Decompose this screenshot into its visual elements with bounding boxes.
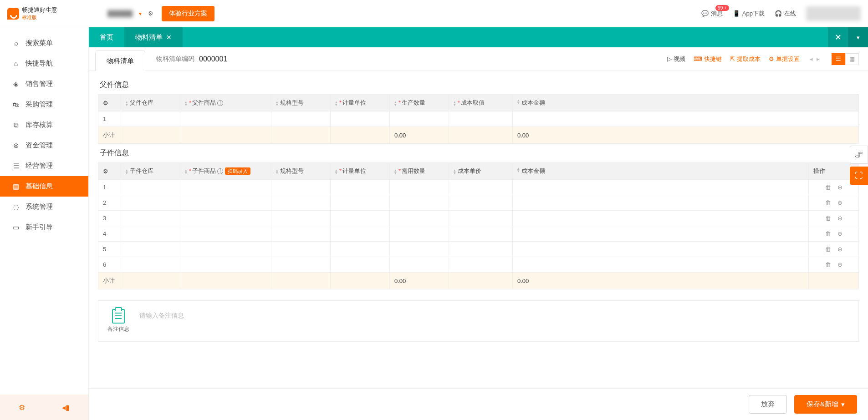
logo[interactable]: 畅捷通好生意 标准版 bbox=[7, 6, 89, 21]
col-parent-qty[interactable]: ▴▾*生产数量 bbox=[390, 95, 449, 111]
cell[interactable] bbox=[271, 226, 331, 242]
sidebar-item-sales[interactable]: ◈ 销售管理 bbox=[0, 74, 88, 94]
cell[interactable] bbox=[390, 242, 449, 257]
fullscreen-button[interactable]: ⛶ bbox=[850, 167, 868, 185]
settings-icon[interactable]: ⚙ bbox=[19, 403, 25, 412]
col-child-qty[interactable]: ▴▾*需用数量 bbox=[390, 163, 449, 180]
cell[interactable] bbox=[331, 111, 390, 127]
child-row[interactable]: 5🗑⊕ bbox=[98, 242, 859, 257]
col-parent-cost-method[interactable]: ▴▾*成本取值 bbox=[449, 95, 513, 111]
sidebar-item-funds[interactable]: ⊛ 资金管理 bbox=[0, 135, 88, 156]
cell[interactable] bbox=[180, 180, 271, 195]
gear-column[interactable]: ⚙ bbox=[98, 95, 121, 111]
prev-record-button[interactable]: ◂ bbox=[810, 56, 813, 62]
cell[interactable] bbox=[449, 226, 513, 242]
gear-column[interactable]: ⚙ bbox=[98, 163, 121, 180]
cell[interactable] bbox=[331, 180, 390, 195]
cell[interactable] bbox=[180, 111, 271, 127]
col-parent-cost-amount[interactable]: ▴▾成本金额 bbox=[513, 95, 859, 111]
cell[interactable] bbox=[121, 242, 180, 257]
expand-tabs-button[interactable]: ▾ bbox=[848, 27, 868, 47]
sidebar-item-basedata[interactable]: ▤ 基础信息 bbox=[0, 176, 88, 197]
shortcut-link[interactable]: ⌨ 快捷键 bbox=[694, 55, 722, 63]
cell[interactable] bbox=[513, 226, 809, 242]
next-record-button[interactable]: ▸ bbox=[817, 56, 820, 62]
cell[interactable] bbox=[331, 211, 390, 226]
cell[interactable] bbox=[513, 211, 809, 226]
cell[interactable] bbox=[271, 195, 331, 211]
chevron-down-icon[interactable]: ▾ bbox=[139, 10, 142, 17]
col-child-spec[interactable]: ▴▾规格型号 bbox=[271, 163, 331, 180]
cell[interactable] bbox=[271, 180, 331, 195]
sidebar-item-business[interactable]: ☰ 经营管理 bbox=[0, 156, 88, 176]
cell[interactable] bbox=[180, 257, 271, 273]
collapse-icon[interactable]: ◂▮ bbox=[62, 403, 70, 412]
cell[interactable] bbox=[390, 226, 449, 242]
cell[interactable] bbox=[390, 111, 449, 127]
gear-icon[interactable]: ⚙ bbox=[148, 10, 153, 17]
cell[interactable] bbox=[513, 257, 809, 273]
child-row[interactable]: 2🗑⊕ bbox=[98, 195, 859, 211]
col-parent-spec[interactable]: ▴▾规格型号 bbox=[271, 95, 331, 111]
video-link[interactable]: ▷ 视频 bbox=[667, 55, 685, 63]
add-row-icon[interactable]: ⊕ bbox=[837, 246, 842, 253]
cell[interactable] bbox=[449, 195, 513, 211]
cell[interactable] bbox=[449, 211, 513, 226]
add-row-icon[interactable]: ⊕ bbox=[837, 230, 842, 237]
remark-input[interactable] bbox=[139, 309, 849, 322]
cell[interactable] bbox=[121, 257, 180, 273]
cell[interactable] bbox=[449, 180, 513, 195]
col-parent-unit[interactable]: ▴▾*计量单位 bbox=[331, 95, 390, 111]
cell[interactable] bbox=[271, 242, 331, 257]
cell[interactable] bbox=[121, 226, 180, 242]
cell[interactable] bbox=[180, 211, 271, 226]
sidebar-item-guide[interactable]: ▭ 新手引导 bbox=[0, 217, 88, 238]
cell[interactable] bbox=[331, 257, 390, 273]
cell[interactable] bbox=[121, 195, 180, 211]
cell[interactable] bbox=[121, 111, 180, 127]
tab-bom[interactable]: 物料清单 ✕ bbox=[124, 27, 183, 47]
col-child-unit[interactable]: ▴▾*计量单位 bbox=[331, 163, 390, 180]
add-row-icon[interactable]: ⊕ bbox=[837, 261, 842, 268]
delete-row-icon[interactable]: 🗑 bbox=[825, 199, 831, 206]
cell[interactable] bbox=[121, 211, 180, 226]
cell[interactable] bbox=[271, 211, 331, 226]
parent-row[interactable]: 1 bbox=[98, 111, 859, 127]
scan-input-tag[interactable]: 扫码录入 bbox=[225, 167, 250, 175]
cell[interactable] bbox=[390, 257, 449, 273]
col-parent-product[interactable]: ▴▾*父件商品! bbox=[180, 95, 271, 111]
cell[interactable] bbox=[449, 111, 513, 127]
cell[interactable] bbox=[513, 195, 809, 211]
cell[interactable] bbox=[390, 180, 449, 195]
cell[interactable] bbox=[271, 257, 331, 273]
cell[interactable] bbox=[513, 111, 859, 127]
child-row[interactable]: 3🗑⊕ bbox=[98, 211, 859, 226]
delete-row-icon[interactable]: 🗑 bbox=[825, 184, 831, 191]
discard-button[interactable]: 放弃 bbox=[749, 395, 787, 414]
sidebar-item-inventory[interactable]: ⧉ 库存核算 bbox=[0, 115, 88, 135]
col-child-cost-amount[interactable]: ▴▾成本金额 bbox=[513, 163, 809, 180]
list-view-button[interactable]: ☰ bbox=[832, 53, 845, 65]
user-avatar-blurred[interactable] bbox=[806, 6, 861, 21]
cell[interactable] bbox=[513, 242, 809, 257]
cell[interactable] bbox=[513, 180, 809, 195]
cell[interactable] bbox=[390, 211, 449, 226]
cell[interactable] bbox=[449, 257, 513, 273]
sidebar-item-purchase[interactable]: 🛍 采购管理 bbox=[0, 94, 88, 115]
doc-settings-link[interactable]: ⚙ 单据设置 bbox=[769, 55, 800, 63]
delete-row-icon[interactable]: 🗑 bbox=[825, 230, 831, 237]
cell[interactable] bbox=[180, 226, 271, 242]
add-row-icon[interactable]: ⊕ bbox=[837, 215, 842, 222]
sidebar-item-search[interactable]: ⌕ 搜索菜单 bbox=[0, 33, 88, 53]
cell[interactable] bbox=[390, 195, 449, 211]
col-child-warehouse[interactable]: ▴▾子件仓库 bbox=[121, 163, 180, 180]
cell[interactable] bbox=[331, 226, 390, 242]
delete-row-icon[interactable]: 🗑 bbox=[825, 215, 831, 222]
info-icon[interactable]: ! bbox=[217, 168, 223, 174]
child-row[interactable]: 4🗑⊕ bbox=[98, 226, 859, 242]
cta-button[interactable]: 体验行业方案 bbox=[162, 6, 214, 21]
cell[interactable] bbox=[121, 180, 180, 195]
col-child-product[interactable]: ▴▾*子件商品!扫码录入 bbox=[180, 163, 271, 180]
cell[interactable] bbox=[449, 242, 513, 257]
online-support-button[interactable]: 🎧 在线 bbox=[775, 10, 796, 18]
